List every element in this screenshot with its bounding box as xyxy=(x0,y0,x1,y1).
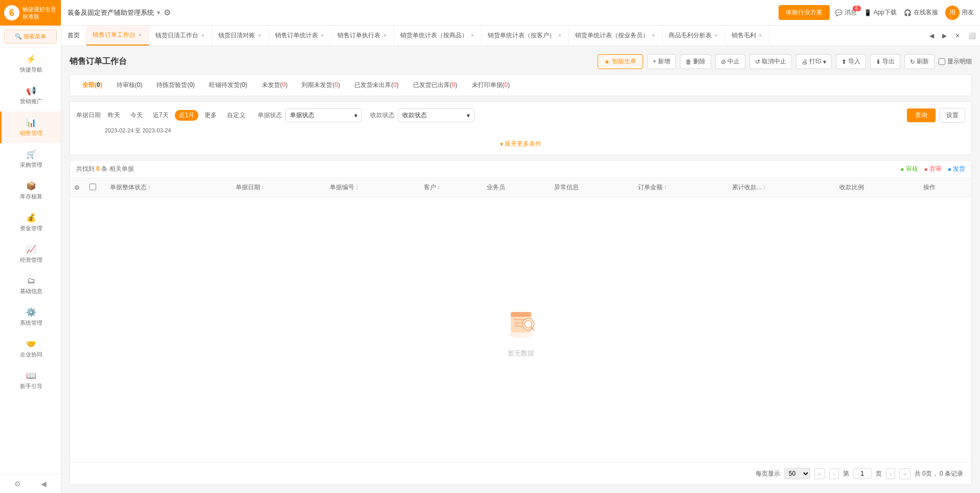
filter-area: 单据日期 昨天今天近7天近1月更多自定义 单据状态 单据状态 ▾ 收款状态 收款… xyxy=(70,101,972,155)
topbar-support[interactable]: 🎧在线客服 xyxy=(904,8,938,17)
expand-more-btn[interactable]: ▾ 展开更多条件 xyxy=(500,140,541,148)
topbar-messages[interactable]: 💬6消息 xyxy=(835,8,857,17)
tab-close-sales_stat_customer[interactable]: × xyxy=(557,32,562,39)
tab-sales_gross[interactable]: 销售毛利× xyxy=(725,26,770,45)
filter-tab-overdue_not_shipped[interactable]: 到期未发货(0) xyxy=(295,79,346,92)
show-detail-checkbox[interactable]: 显示明细 xyxy=(939,57,972,66)
page-actions: ★ 智能生单 + 新增 🗑 删除 ⊘ 中止 ↺ 取消中止 🖨 xyxy=(598,54,972,69)
filter-tab-shipped_not_out[interactable]: 已发货未出库(0) xyxy=(348,79,405,92)
sidebar-item-basic[interactable]: 🗂 基础信息 xyxy=(0,270,61,301)
tab-close-sales_stat_staff[interactable]: × xyxy=(651,32,656,39)
prev-page-btn[interactable]: ‹ xyxy=(829,468,838,479)
filter-tab-count: 0 xyxy=(452,81,455,88)
filter-tab-pending_inspect[interactable]: 待拣货验货(0) xyxy=(150,79,201,92)
date-btn-自定义[interactable]: 自定义 xyxy=(223,110,249,121)
tab-sales_exec[interactable]: 销售订单执行表× xyxy=(331,26,394,45)
date-btn-今天[interactable]: 今天 xyxy=(126,110,147,121)
refresh-icon: ↻ xyxy=(910,58,915,65)
sidebar-item-finance[interactable]: 💰 资金管理 xyxy=(0,207,61,238)
filter-tab-not_shipped[interactable]: 未发货(0) xyxy=(256,79,294,92)
filter-tab-shipped_out[interactable]: 已发货已出库(0) xyxy=(407,79,464,92)
tab-sales_stat_staff[interactable]: 销货单统计表（按业务员）× xyxy=(569,26,663,45)
tab-sales_workbench[interactable]: 销售订单工作台× xyxy=(86,26,149,46)
query-button[interactable]: 查询 xyxy=(907,108,936,122)
table-action-ship[interactable]: ●发货 xyxy=(948,165,965,173)
tab-close-cash_reconcile[interactable]: × xyxy=(257,32,262,39)
delete-button[interactable]: 🗑 删除 xyxy=(680,54,711,69)
status-select[interactable]: 单据状态 ▾ xyxy=(285,108,362,122)
tab-cash_reconcile[interactable]: 钱货日清对账× xyxy=(212,26,269,45)
first-page-btn[interactable]: « xyxy=(814,468,825,479)
page-number-input[interactable] xyxy=(853,468,872,479)
settings-bottom-icon[interactable]: ⚙ xyxy=(14,480,21,488)
tab-home[interactable]: 首页 xyxy=(61,26,86,45)
collapse-icon[interactable]: ◀ xyxy=(41,480,47,488)
sidebar-item-inventory[interactable]: 📦 库存核算 xyxy=(0,175,61,207)
column-settings-icon[interactable]: ⚙ xyxy=(74,184,80,191)
date-btn-更多[interactable]: 更多 xyxy=(200,110,221,121)
date-btn-近1月[interactable]: 近1月 xyxy=(175,110,199,121)
star-icon: ★ xyxy=(604,58,610,65)
tab-close-sales_gross[interactable]: × xyxy=(758,32,763,39)
tab-cash_daily[interactable]: 钱货日清工作台× xyxy=(149,26,212,45)
tab-close-sales_stat_product[interactable]: × xyxy=(470,32,475,39)
sidebar-item-purchase[interactable]: 🛒 采购管理 xyxy=(0,143,61,175)
sidebar-item-guide[interactable]: 📖 新手引导 xyxy=(0,365,61,396)
sidebar-item-marketing[interactable]: 📢 营销推广 xyxy=(0,80,61,111)
select-all-checkbox[interactable] xyxy=(89,184,96,190)
title-dropdown-icon[interactable]: ▾ xyxy=(157,9,161,16)
sidebar-logo: 6 畅捷通好生意 标准版 xyxy=(0,0,61,26)
topbar-settings-icon[interactable]: ⚙ xyxy=(164,8,171,17)
quick-icon: ⚡ xyxy=(26,54,36,64)
print-button[interactable]: 🖨 打印 ▾ xyxy=(796,54,832,69)
table-action-approve[interactable]: ●审核 xyxy=(900,165,918,173)
page-size-select[interactable]: 50 10 20 100 xyxy=(784,468,810,479)
tab-gross_profit[interactable]: 商品毛利分析表× xyxy=(663,26,725,45)
date-btn-近7天[interactable]: 近7天 xyxy=(149,110,173,121)
tab-sales_stat_customer[interactable]: 销货单统计表（按客户）× xyxy=(482,26,569,45)
tab-close-sales_workbench[interactable]: × xyxy=(138,32,143,38)
tab-close-sales_stat[interactable]: × xyxy=(320,32,325,39)
add-button[interactable]: + 新增 xyxy=(647,54,676,69)
filter-tab-not_printed[interactable]: 未打印单据(0) xyxy=(466,79,516,92)
table-action-reject[interactable]: ●弃审 xyxy=(924,165,942,173)
tab-close-gross_profit[interactable]: × xyxy=(714,32,719,39)
industry-btn[interactable]: 体验行业方案 xyxy=(779,5,830,20)
topbar-app[interactable]: 📱App下载 xyxy=(864,8,897,17)
tab-sales_stat_product[interactable]: 销货单统计表（按商品）× xyxy=(394,26,482,45)
last-page-btn[interactable]: » xyxy=(899,468,910,479)
sidebar-item-quick[interactable]: ⚡ 快捷导航 xyxy=(0,48,61,80)
sidebar: 6 畅捷通好生意 标准版 🔍 搜索菜单 ⚡ 快捷导航 📢 营销推广 📊 销售管理… xyxy=(0,0,61,493)
sidebar-item-sales[interactable]: 📊 销售管理 xyxy=(0,111,61,143)
sidebar-item-operations[interactable]: 📈 经营管理 xyxy=(0,238,61,270)
tab-maximize[interactable]: ⬜ xyxy=(964,27,980,44)
tab-scroll-left[interactable]: ◀ xyxy=(925,27,938,44)
show-detail-input[interactable] xyxy=(939,58,945,65)
tab-close-all[interactable]: ✕ xyxy=(951,27,964,44)
next-page-btn[interactable]: › xyxy=(886,468,895,479)
stop-button[interactable]: ⊘ 中止 xyxy=(715,54,745,69)
smart-order-button[interactable]: ★ 智能生单 xyxy=(598,54,643,69)
filter-tab-all[interactable]: 全部(0) xyxy=(76,79,108,92)
filter-row-1: 单据日期 昨天今天近7天近1月更多自定义 单据状态 单据状态 ▾ 收款状态 收款… xyxy=(76,108,965,123)
payment-select[interactable]: 收款状态 ▾ xyxy=(398,108,474,122)
tab-sales_stat[interactable]: 销售订单统计表× xyxy=(269,26,332,45)
filter-tab-label: 已发货已出库(0) xyxy=(413,81,458,88)
sidebar-item-system[interactable]: ⚙️ 系统管理 xyxy=(0,301,61,333)
tab-close-cash_daily[interactable]: × xyxy=(200,32,206,39)
filter-tab-label: 未打印单据(0) xyxy=(472,81,510,88)
table-area: 共找到 0 条 相关单据 ●审核●弃审●发货 ⚙ xyxy=(70,160,972,485)
cancel-stop-button[interactable]: ↺ 取消中止 xyxy=(749,54,792,69)
sidebar-item-cooperation[interactable]: 🤝 企业协同 xyxy=(0,333,61,365)
filter-tab-wangpu_pending[interactable]: 旺铺待发货(0) xyxy=(203,79,254,92)
tab-scroll-right[interactable]: ▶ xyxy=(938,27,951,44)
filter-tab-pending_review[interactable]: 待审核(0) xyxy=(110,79,149,92)
setting-button[interactable]: 设置 xyxy=(940,108,965,123)
search-menu-button[interactable]: 🔍 搜索菜单 xyxy=(4,30,57,43)
refresh-button[interactable]: ↻ 刷新 xyxy=(904,54,935,69)
date-btn-昨天[interactable]: 昨天 xyxy=(104,110,124,121)
topbar-user[interactable]: 用用友 xyxy=(945,6,974,20)
import-button[interactable]: ⬆ 导入 xyxy=(836,54,866,69)
export-button[interactable]: ⬇ 导出 xyxy=(870,54,900,69)
tab-close-sales_exec[interactable]: × xyxy=(382,32,388,39)
